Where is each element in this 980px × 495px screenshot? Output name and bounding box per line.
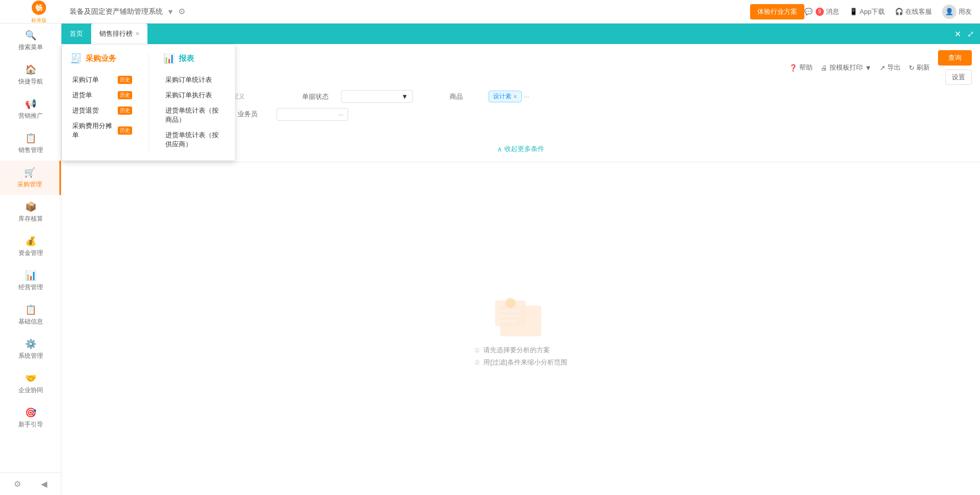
headset-icon: 🎧 [895, 8, 903, 15]
bill-status-dropdown-icon: ▼ [401, 93, 408, 100]
purchase-business-title: 采购业务 [86, 54, 116, 63]
incoming-label: 进货单 [72, 91, 114, 100]
product-tag-close-icon[interactable]: × [514, 93, 517, 100]
user-avatar: 👤 [942, 5, 956, 19]
help-label: 帮助 [799, 63, 813, 72]
menu-item-purchase-order[interactable]: 采购订单 历史 [70, 72, 134, 88]
operations-icon: 📊 [25, 270, 36, 281]
sidebar-item-quick-nav[interactable]: 🏠 快捷导航 [0, 58, 61, 92]
header-actions: 💬 9 消息 📱 App下载 🎧 在线客服 👤 用友 [804, 5, 972, 19]
menu-item-incoming-stat-product[interactable]: 进货单统计表（按商品） [163, 103, 227, 127]
hint1-bullet: ① [474, 347, 480, 354]
tab-maximize-icon[interactable]: ⤢ [967, 29, 974, 39]
salesperson-label: 业务员 [238, 110, 268, 119]
print-dropdown-icon: ▼ [865, 64, 871, 72]
refresh-label: 刷新 [917, 63, 930, 72]
menu-item-incoming-stat-supplier[interactable]: 进货单统计表（按供应商） [163, 127, 227, 152]
refresh-item[interactable]: ↻ 刷新 [909, 63, 930, 72]
print-label: 按模板打印 [829, 63, 863, 72]
system-icon: ⚙️ [25, 338, 36, 350]
empty-illustration [490, 290, 551, 341]
tab-close-window-icon[interactable]: ✕ [954, 29, 961, 39]
sidebar-item-marketing[interactable]: 📢 营销推广 [0, 92, 61, 126]
product-filter-label: 商品 [450, 92, 480, 101]
menu-column-divider [148, 53, 149, 152]
product-tag: 设计素 × [488, 91, 522, 102]
sidebar-item-guide-label: 新手引导 [18, 420, 43, 429]
menu-item-incoming[interactable]: 进货单 历史 [70, 88, 134, 103]
sidebar-item-inventory[interactable]: 📦 库存核算 [0, 195, 61, 229]
sidebar-item-finance[interactable]: 💰 资金管理 [0, 229, 61, 264]
svg-text:畅: 畅 [35, 4, 42, 12]
svg-point-4 [505, 298, 516, 308]
menu-item-return[interactable]: 进货退货 历史 [70, 103, 134, 118]
report-header: 📊 报表 [163, 53, 227, 66]
sidebar-item-purchase[interactable]: 🛒 采购管理 [0, 161, 61, 195]
sidebar-item-finance-label: 资金管理 [18, 249, 43, 257]
sidebar-item-inventory-label: 库存核算 [18, 214, 43, 223]
menu-item-purchase-order-exec[interactable]: 采购订单执行表 [163, 88, 227, 103]
online-service-item[interactable]: 🎧 在线客服 [895, 7, 932, 16]
user-item[interactable]: 👤 用友 [942, 5, 972, 19]
marketing-icon: 📢 [25, 98, 36, 110]
report-title: 报表 [179, 54, 194, 63]
expense-history-badge: 历史 [118, 126, 132, 135]
dropdown-arrow-icon[interactable]: ▼ [167, 8, 174, 16]
sidebar-item-sales[interactable]: 📋 销售管理 [0, 126, 61, 161]
sidebar-item-purchase-label: 采购管理 [17, 180, 42, 189]
sidebar-item-sales-label: 销售管理 [18, 146, 43, 155]
hint2-bullet: ② [474, 359, 480, 367]
sidebar-bottom: ⚙ ◀ [0, 472, 61, 495]
collapse-label: 收起更多条件 [504, 144, 544, 154]
incoming-stat-product-label: 进货单统计表（按商品） [165, 106, 225, 124]
salesperson-more-icon[interactable]: ··· [338, 111, 344, 118]
salesperson-select[interactable]: ··· [276, 108, 348, 121]
report-icon: 📊 [163, 53, 175, 64]
tab-sales-rank[interactable]: 销售排行榜 × [91, 24, 147, 44]
purchase-order-history-badge: 历史 [118, 76, 132, 84]
user-label: 用友 [958, 7, 972, 16]
incoming-history-badge: 历史 [118, 91, 132, 99]
system-name-area: 装备及固定资产辅助管理系统 ▼ ⚙ [70, 7, 750, 16]
app-download-item[interactable]: 📱 App下载 [849, 7, 885, 16]
bill-status-select[interactable]: ▼ [341, 90, 413, 103]
query-button[interactable]: 查询 [938, 50, 972, 66]
print-template-item[interactable]: 🖨 按模板打印 ▼ [821, 63, 871, 72]
collapse-sidebar-icon[interactable]: ◀ [41, 479, 47, 489]
top-header: 畅 标准版 装备及固定资产辅助管理系统 ▼ ⚙ 体验行业方案 💬 9 消息 📱 … [0, 0, 980, 24]
sidebar-item-system[interactable]: ⚙️ 系统管理 [0, 332, 61, 367]
help-item[interactable]: ❓ 帮助 [789, 63, 813, 72]
export-item[interactable]: ↗ 导出 [880, 63, 901, 72]
app-download-label: App下载 [860, 7, 885, 16]
trial-button[interactable]: 体验行业方案 [750, 4, 804, 19]
return-label: 进货退货 [72, 106, 114, 115]
empty-hint-1-row: ① 请先选择要分析的方案 [474, 346, 550, 355]
settings-bottom-icon[interactable]: ⚙ [14, 479, 21, 489]
sidebar-item-operations-label: 经营管理 [18, 283, 43, 292]
message-item[interactable]: 💬 9 消息 [804, 7, 839, 16]
basic-info-icon: 📋 [25, 304, 36, 315]
menu-item-expense[interactable]: 采购费用分摊单 历史 [70, 118, 134, 143]
print-icon: 🖨 [821, 64, 827, 72]
purchase-order-stat-label: 采购订单统计表 [165, 75, 225, 84]
menu-item-purchase-order-stat[interactable]: 采购订单统计表 [163, 72, 227, 88]
purchase-order-label: 采购订单 [72, 75, 114, 84]
sidebar-item-cooperation[interactable]: 🤝 企业协同 [0, 367, 61, 401]
home-icon: 🏠 [25, 64, 36, 75]
incoming-stat-supplier-label: 进货单统计表（按供应商） [165, 131, 225, 149]
sidebar-item-search[interactable]: 🔍 搜索菜单 [0, 24, 61, 58]
sidebar-item-guide[interactable]: 🎯 新手引导 [0, 401, 61, 435]
settings-button[interactable]: 设置 [945, 70, 972, 85]
settings-gear-icon[interactable]: ⚙ [178, 7, 185, 16]
tab-close-icon[interactable]: × [136, 30, 139, 37]
tab-home[interactable]: 首页 [61, 24, 91, 44]
guide-icon: 🎯 [25, 407, 36, 418]
sidebar-item-operations[interactable]: 📊 经营管理 [0, 264, 61, 298]
product-more-icon[interactable]: ··· [524, 93, 529, 100]
tab-bar-actions: ✕ ⤢ [954, 29, 980, 39]
collapse-up-icon: ∧ [497, 145, 502, 153]
logo-subtitle: 标准版 [31, 17, 47, 24]
sidebar-item-basic-info[interactable]: 📋 基础信息 [0, 298, 61, 332]
tab-bar: 首页 销售排行榜 × ✕ ⤢ [61, 24, 980, 44]
empty-state: ① 请先选择要分析的方案 ② 用[过滤]条件来缩小分析范围 [61, 162, 980, 495]
